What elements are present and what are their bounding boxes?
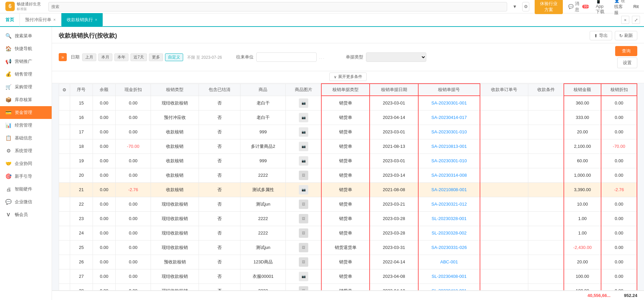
expand-more-button[interactable]: ∨ 展开更多条件 <box>329 73 367 81</box>
cell-bill-no[interactable]: SA-20230301-010 <box>418 154 480 168</box>
sidebar-item-quicknav[interactable]: 🏠 快捷导航 <box>0 42 52 55</box>
date-this-month[interactable]: 本月 <box>98 53 112 61</box>
industry-btn[interactable]: 休验行业方案 <box>535 0 563 14</box>
cell-bill-no[interactable]: SA-20210813-001 <box>418 139 480 154</box>
cell-writeoff-amount: 20.00 <box>564 255 601 269</box>
tab-close-btn[interactable]: × <box>621 16 629 24</box>
sidebar-item-basic-info[interactable]: 📋 基础信息 <box>0 132 52 144</box>
message-label: 消息 <box>575 1 581 13</box>
cell-bill-no[interactable]: SA-20210808-001 <box>418 182 480 197</box>
table-wrapper: ⚙ 序号 余额 现金折扣 核销类型 包含已结清 商品 商品图片 核销单据类型 核… <box>59 83 637 290</box>
tab-prepay[interactable]: 预付冲应付单 × <box>20 13 61 27</box>
message-area[interactable]: 💬 消息 99+ <box>568 1 589 13</box>
cell-bill-no[interactable]: SL-20230328-002 <box>418 226 480 240</box>
bill-type-select[interactable] <box>366 52 426 62</box>
home-icon: 🏠 <box>5 46 11 52</box>
th-bill-no: 核销单据号 <box>418 84 480 96</box>
th-bill-type: 核销单据类型 <box>321 84 370 96</box>
date-last-month[interactable]: 上月 <box>82 53 96 61</box>
column-settings-icon[interactable]: ⚙ <box>62 87 66 92</box>
cell-bill-date: 2023-03-31 <box>370 240 418 255</box>
main-content: 收款核销执行(按收款) ⬆ 导出 ↻ 刷新 » 日期 上月 本月 本 <box>52 27 644 300</box>
cell-bill-no[interactable]: ABC-001 <box>418 255 480 269</box>
sidebar-item-collab[interactable]: 🤝 企业协同 <box>0 157 52 170</box>
sidebar-item-member[interactable]: V 畅会员 <box>0 208 52 221</box>
from-unit-input[interactable] <box>256 52 317 62</box>
cell-bill-no[interactable]: SA-20230301-001 <box>418 96 480 110</box>
cell-bill-no[interactable]: SA-20230414-017 <box>418 110 480 125</box>
date-custom[interactable]: 自定义 <box>165 53 183 61</box>
tab-expand-btn[interactable]: ⤢ <box>632 16 640 24</box>
cell-writeoff-type: 收款核销 <box>151 182 199 197</box>
top-dropdown[interactable]: ▼ <box>513 4 517 9</box>
from-unit-dots: ... <box>319 55 325 60</box>
tab-home[interactable]: 首页 <box>0 13 20 27</box>
sidebar-item-guide[interactable]: 🎯 新手引导 <box>0 170 52 183</box>
table-container: ⚙ 序号 余额 现金折扣 核销类型 包含已结清 商品 商品图片 核销单据类型 核… <box>52 83 644 290</box>
sidebar-item-inventory[interactable]: 📦 库存核算 <box>0 93 52 106</box>
sidebar-item-finance[interactable]: 💳 资金管理 <box>0 106 52 119</box>
cell-bill-no[interactable]: SL-20230408-001 <box>418 269 480 284</box>
setting-button[interactable]: 设置 <box>617 57 637 68</box>
cell-bill-no[interactable]: SA-20230301-010 <box>418 125 480 139</box>
cell-writeoff-type: 现结收款核销 <box>151 284 199 290</box>
cell-goods-image: 🖼 <box>286 240 321 255</box>
cell-no: 26 <box>70 255 93 269</box>
cell-writeoff-amount: 1.00 <box>564 226 601 240</box>
cell-bill-no[interactable]: SL-20230418-001 <box>418 284 480 290</box>
top-search-input[interactable] <box>48 2 507 11</box>
sidebar-item-purchase[interactable]: 🛒 采购管理 <box>0 81 52 93</box>
sidebar-item-sales[interactable]: 💰 销售管理 <box>0 68 52 81</box>
sidebar-item-search[interactable]: 🔍 搜索菜单 <box>0 30 52 42</box>
total-discount: 952.24 <box>624 293 637 298</box>
cell-bill-no[interactable]: SA-20230314-008 <box>418 168 480 182</box>
sidebar-item-marketing[interactable]: 📢 营销推广 <box>0 55 52 68</box>
cell-writeoff-discount: 0.00 <box>601 110 637 125</box>
cell-writeoff-discount: 0.00 <box>601 255 637 269</box>
tab-prepay-close[interactable]: × <box>53 17 56 22</box>
tab-writeoff[interactable]: 收款核销执行 × <box>61 13 103 27</box>
cell-no: 25 <box>70 240 93 255</box>
refresh-button[interactable]: ↻ 刷新 <box>615 31 637 40</box>
cell-bill-type: 销货单 <box>321 255 370 269</box>
export-button[interactable]: ⬆ 导出 <box>590 31 612 40</box>
cell-cash-discount: 0.00 <box>115 226 151 240</box>
cell-included-settled: 否 <box>199 125 240 139</box>
cell-goods-image: 🖼 <box>286 197 321 211</box>
cell-bill-no[interactable]: SA-20230331-026 <box>418 240 480 255</box>
cell-balance: 0.00 <box>93 255 115 269</box>
sidebar-item-hardware[interactable]: 🖨 智能硬件 <box>0 183 52 196</box>
app-download[interactable]: 📱 App下载 <box>596 0 607 15</box>
cell-no: 17 <box>70 125 93 139</box>
cell-bill-type: 销货单 <box>321 211 370 226</box>
cell-writeoff-type: 现结收款核销 <box>151 240 199 255</box>
cell-cash-discount: 0.00 <box>115 211 151 226</box>
online-service[interactable]: 👤 在线客服 <box>614 0 627 16</box>
chevron-down-icon: ∨ <box>334 75 337 79</box>
cell-writeoff-discount: 0.00 <box>601 96 637 110</box>
date-last-7days[interactable]: 近7天 <box>130 53 147 61</box>
cell-receipt-condition <box>528 269 564 284</box>
gear-button[interactable]: ⚙ <box>522 2 529 11</box>
sidebar-item-wechat[interactable]: 💬 企业微信 <box>0 196 52 208</box>
sidebar-item-management[interactable]: 📊 经营管理 <box>0 119 52 132</box>
th-settings[interactable]: ⚙ <box>59 84 70 96</box>
cell-receipt-order-no <box>480 96 528 110</box>
cell-bill-no[interactable]: SA-20230321-012 <box>418 197 480 211</box>
sidebar-item-system[interactable]: ⚙ 系统管理 <box>0 144 52 157</box>
query-button[interactable]: 查询 <box>615 46 637 56</box>
cell-balance: 0.00 <box>93 226 115 240</box>
cell-bill-no[interactable]: SL-20230328-001 <box>418 211 480 226</box>
date-more[interactable]: 更多 <box>149 53 163 61</box>
cell-cash-discount: 0.00 <box>115 240 151 255</box>
cell-receipt-order-no <box>480 182 528 197</box>
guide-icon: 🎯 <box>5 173 11 179</box>
date-this-year[interactable]: 本年 <box>114 53 128 61</box>
logo-badge: 标准版 <box>17 7 41 11</box>
cell-receipt-order-no <box>480 125 528 139</box>
tab-writeoff-close[interactable]: × <box>95 17 97 22</box>
cell-writeoff-amount: 1.00 <box>564 211 601 226</box>
filter-expand-button[interactable]: » <box>59 53 67 61</box>
table-row: 24 0.00 0.00 现结收款核销 否 2222 🖼 销货单 2023-03… <box>59 226 637 240</box>
cell-no: 27 <box>70 269 93 284</box>
